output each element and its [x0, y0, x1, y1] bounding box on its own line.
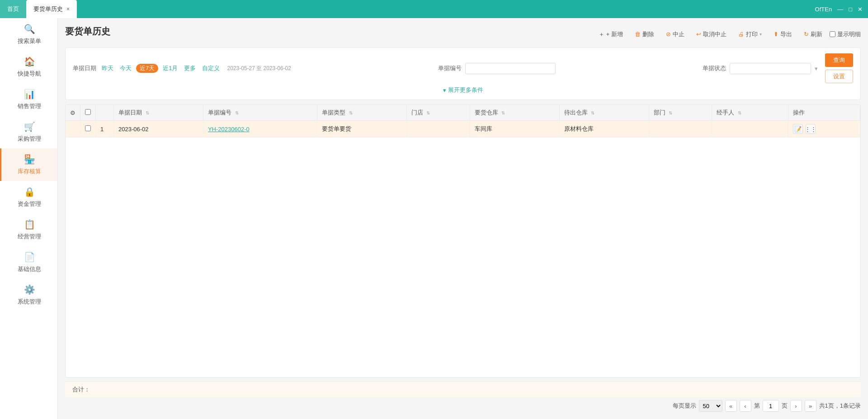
- refresh-label: 刷新: [811, 30, 822, 38]
- per-page-select[interactable]: 10 20 50 100: [699, 400, 722, 412]
- cancel-stop-btn[interactable]: ↩ 取消中止: [692, 28, 731, 41]
- th-req-warehouse[interactable]: 要货仓库 ⇅: [470, 105, 559, 121]
- td-req-warehouse: 车间库: [470, 121, 559, 138]
- status-input[interactable]: [730, 63, 811, 74]
- sidebar-item-sales-mgmt[interactable]: 📊 销售管理: [0, 83, 57, 116]
- sidebar-item-inventory[interactable]: 🏪 库存核算: [0, 148, 57, 181]
- refresh-btn[interactable]: ↻ 刷新: [799, 28, 827, 41]
- shortcut-7days[interactable]: 近7天: [136, 64, 158, 73]
- doc-no-link[interactable]: YH-20230602-0: [208, 126, 250, 133]
- td-checkbox[interactable]: [80, 121, 96, 138]
- sort-pending-warehouse-icon: ⇅: [591, 110, 594, 115]
- filter-settings-btn[interactable]: 设置: [825, 70, 853, 83]
- shortcut-more[interactable]: 更多: [182, 64, 198, 73]
- minimize-btn[interactable]: —: [837, 6, 843, 13]
- stop-btn[interactable]: ⊘ 中止: [661, 28, 689, 41]
- sidebar-item-quick-nav[interactable]: 🏠 快捷导航: [0, 51, 57, 83]
- sidebar-item-search-menu[interactable]: 🔍 搜索菜单: [0, 18, 57, 51]
- th-doc-date[interactable]: 单据日期 ⇅: [114, 105, 203, 121]
- export-icon: ⬆: [774, 31, 778, 38]
- display-detail-toggle[interactable]: 显示明细: [830, 30, 861, 38]
- th-store[interactable]: 门店 ⇅: [406, 105, 470, 121]
- sidebar-item-operations[interactable]: 📋 经营管理: [0, 214, 57, 246]
- th-pending-warehouse[interactable]: 待出仓库 ⇅: [559, 105, 649, 121]
- sidebar-item-label-system-mgmt: 系统管理: [18, 298, 41, 306]
- sidebar-item-label-inventory: 库存核算: [18, 167, 41, 176]
- sidebar-item-label-operations: 经营管理: [18, 233, 41, 241]
- export-btn[interactable]: ⬆ 导出: [769, 28, 797, 41]
- top-bar: 首页 要货单历史 × OfTEn — □ ✕: [0, 0, 868, 18]
- td-store: [406, 121, 470, 138]
- sidebar: 🔍 搜索菜单 🏠 快捷导航 📊 销售管理 🛒 采购管理 🏪 库存核算 🔒 资金管…: [0, 18, 58, 419]
- th-settings[interactable]: ⚙: [66, 105, 80, 121]
- first-page-btn[interactable]: «: [725, 400, 737, 412]
- select-all-checkbox[interactable]: [85, 109, 91, 115]
- th-seq: [96, 105, 114, 121]
- pagination: 每页显示 10 20 50 100 « ‹ 第 页 › » 共1页，1条记录: [65, 397, 861, 412]
- row-checkbox[interactable]: [85, 125, 91, 131]
- inventory-icon: 🏪: [24, 154, 35, 165]
- th-checkbox[interactable]: [80, 105, 96, 121]
- delete-btn[interactable]: 🗑 删除: [630, 28, 659, 41]
- td-pending-warehouse: 原材料仓库: [559, 121, 649, 138]
- tab-close-btn[interactable]: ×: [66, 6, 70, 12]
- main-layout: 🔍 搜索菜单 🏠 快捷导航 📊 销售管理 🛒 采购管理 🏪 库存核算 🔒 资金管…: [0, 18, 868, 419]
- page-input[interactable]: [763, 400, 779, 412]
- sidebar-item-purchase-mgmt[interactable]: 🛒 采购管理: [0, 116, 57, 148]
- status-dropdown-icon[interactable]: ▾: [815, 65, 818, 72]
- sort-handler-icon: ⇅: [738, 110, 741, 115]
- basic-info-icon: 📄: [24, 252, 35, 262]
- next-page-btn[interactable]: ›: [790, 400, 802, 412]
- sort-department-icon: ⇅: [669, 110, 672, 115]
- expand-row: ▾ 展开更多条件: [73, 86, 853, 94]
- cancel-stop-label: 取消中止: [703, 30, 726, 38]
- query-btn[interactable]: 查询: [825, 53, 853, 67]
- quick-nav-icon: 🏠: [24, 56, 35, 67]
- display-detail-checkbox-input[interactable]: [830, 31, 835, 37]
- td-settings: [66, 121, 80, 138]
- prev-page-btn[interactable]: ‹: [740, 400, 751, 412]
- sales-mgmt-icon: 📊: [24, 89, 35, 100]
- new-btn[interactable]: ＋ + 新增: [594, 28, 627, 41]
- shortcut-yesterday[interactable]: 昨天: [100, 64, 115, 73]
- action-more-btn[interactable]: ⋮⋮: [806, 124, 816, 134]
- last-page-btn[interactable]: »: [805, 400, 816, 412]
- display-detail-label: 显示明细: [837, 30, 861, 38]
- shortcut-today[interactable]: 今天: [118, 64, 133, 73]
- often-label: OfTEn: [815, 6, 832, 13]
- action-icons: 📝 ⋮⋮: [793, 124, 855, 134]
- sidebar-item-finance[interactable]: 🔒 资金管理: [0, 181, 57, 214]
- expand-btn[interactable]: ▾ 展开更多条件: [443, 86, 483, 94]
- date-shortcuts: 昨天 今天 近7天 近1月 更多 自定义: [100, 64, 222, 73]
- maximize-btn[interactable]: □: [849, 6, 852, 13]
- expand-label: 展开更多条件: [448, 86, 483, 94]
- td-doc-no[interactable]: YH-20230602-0: [203, 121, 317, 138]
- th-department[interactable]: 部门 ⇅: [649, 105, 712, 121]
- th-doc-no[interactable]: 单据编号 ⇅: [203, 105, 317, 121]
- th-handler[interactable]: 经手人 ⇅: [712, 105, 788, 121]
- doc-no-input[interactable]: [465, 63, 556, 74]
- tab-home-label: 首页: [7, 5, 19, 13]
- date-range-text: 2023-05-27 至 2023-06-02: [227, 65, 291, 72]
- status-label: 单据状态: [703, 64, 726, 72]
- doc-no-label: 单据编号: [438, 64, 462, 72]
- table-row: 1 2023-06-02 YH-20230602-0 要货单要货 车间库 原材料…: [66, 121, 860, 138]
- close-window-btn[interactable]: ✕: [858, 6, 863, 13]
- th-doc-type[interactable]: 单据类型 ⇅: [317, 105, 406, 121]
- sidebar-item-label-basic-info: 基础信息: [18, 265, 41, 273]
- stop-label: 中止: [673, 30, 684, 38]
- sidebar-item-system-mgmt[interactable]: ⚙️ 系统管理: [0, 279, 57, 311]
- total-label: 共1页，1条记录: [819, 402, 861, 410]
- page-label: 第: [754, 402, 760, 410]
- td-doc-date: 2023-06-02: [114, 121, 203, 138]
- export-label: 导出: [780, 30, 792, 38]
- shortcut-1month[interactable]: 近1月: [161, 64, 179, 73]
- tab-active[interactable]: 要货单历史 ×: [26, 0, 77, 18]
- sidebar-item-basic-info[interactable]: 📄 基础信息: [0, 246, 57, 279]
- tab-home[interactable]: 首页: [0, 0, 26, 18]
- page-suffix: 页: [782, 402, 788, 410]
- action-edit-btn[interactable]: 📝: [793, 124, 803, 134]
- page-title: 要货单历史: [65, 25, 110, 38]
- shortcut-custom[interactable]: 自定义: [200, 64, 222, 73]
- print-btn[interactable]: 🖨 打印 ▾: [734, 28, 766, 41]
